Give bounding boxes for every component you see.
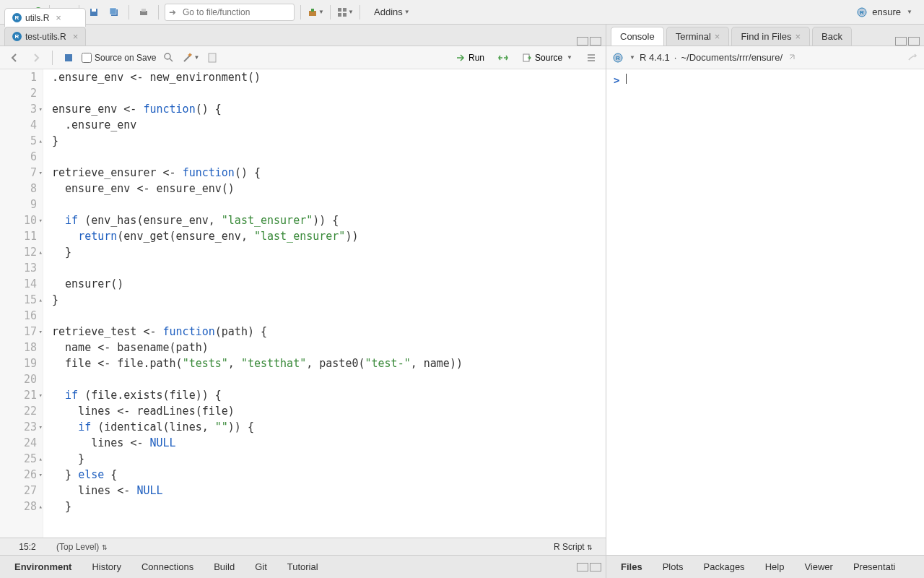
fold-marker-icon[interactable]: ▴ <box>39 451 43 467</box>
pane-tab-tutorial[interactable]: Tutorial <box>277 557 328 577</box>
pane-tab-packages[interactable]: Packages <box>694 557 755 577</box>
fold-marker-icon[interactable]: ▾ <box>39 324 43 340</box>
run-button[interactable]: Run <box>450 51 490 65</box>
fold-marker-icon[interactable]: ▴ <box>39 133 43 149</box>
maximize-pane-button[interactable] <box>590 37 601 46</box>
pane-tab-history[interactable]: History <box>82 557 131 577</box>
gutter-line[interactable]: 12▴ <box>0 244 37 260</box>
gutter-line[interactable]: 2 <box>0 85 37 101</box>
gutter-line[interactable]: 14 <box>0 276 37 292</box>
scope-indicator[interactable]: (Top Level) ⇅ <box>49 542 554 552</box>
close-icon[interactable]: × <box>73 31 79 42</box>
code-line[interactable]: } <box>52 133 606 149</box>
gutter-line[interactable]: 8 <box>0 181 37 197</box>
fold-marker-icon[interactable]: ▾ <box>39 419 43 435</box>
print-button[interactable] <box>135 4 152 21</box>
code-line[interactable] <box>52 371 606 387</box>
code-line[interactable]: if (identical(lines, "")) { <box>52 419 606 435</box>
minimize-pane-button[interactable] <box>895 37 907 46</box>
find-button[interactable] <box>160 49 178 66</box>
code-tools-button[interactable]: ▼ <box>182 49 199 66</box>
gutter-line[interactable]: 26▾ <box>0 467 37 483</box>
gutter-line[interactable]: 4 <box>0 117 37 133</box>
gutter-line[interactable]: 15▴ <box>0 292 37 308</box>
code-line[interactable]: retrieve_ensurer <- function() { <box>52 165 606 181</box>
code-line[interactable] <box>52 149 606 165</box>
code-line[interactable] <box>52 85 606 101</box>
console-tab-back[interactable]: Back <box>812 27 852 46</box>
console-tab-terminal[interactable]: Terminal × <box>666 27 730 46</box>
gutter-line[interactable]: 1 <box>0 69 37 85</box>
pane-tab-files[interactable]: Files <box>611 557 653 577</box>
code-line[interactable]: } <box>52 451 606 467</box>
fold-marker-icon[interactable]: ▾ <box>39 165 43 181</box>
code-line[interactable]: name <- basename(path) <box>52 340 606 355</box>
gutter-line[interactable]: 22 <box>0 403 37 419</box>
pane-tab-help[interactable]: Help <box>755 557 795 577</box>
code-editor[interactable]: 123▾45▴67▾8910▾1112▴131415▴1617▾18192021… <box>0 69 606 538</box>
fold-marker-icon[interactable]: ▴ <box>39 499 43 514</box>
pane-tab-plots[interactable]: Plots <box>653 557 694 577</box>
close-icon[interactable]: × <box>715 31 720 42</box>
maximize-pane-button[interactable] <box>908 37 920 46</box>
source-on-save-checkbox[interactable]: Source on Save <box>82 53 156 63</box>
code-line[interactable]: retrieve_test <- function(path) { <box>52 324 606 340</box>
maximize-pane-button[interactable] <box>590 563 601 571</box>
gutter-line[interactable]: 19 <box>0 355 37 371</box>
console-tab-console[interactable]: Console <box>611 27 664 46</box>
pane-tab-presentati[interactable]: Presentati <box>843 557 906 577</box>
close-icon[interactable]: × <box>56 12 61 23</box>
project-selector[interactable]: R ensure ▼ <box>850 4 918 20</box>
gutter-line[interactable]: 7▾ <box>0 165 37 181</box>
gutter-line[interactable]: 21▾ <box>0 387 37 403</box>
goto-input[interactable] <box>165 4 295 21</box>
code-line[interactable]: lines <- NULL <box>52 435 606 451</box>
compile-report-button[interactable] <box>204 49 221 66</box>
editor-tab[interactable]: Rtest-utils.R× <box>4 27 86 46</box>
panes-button[interactable]: ▼ <box>336 4 354 21</box>
gutter-line[interactable]: 3▾ <box>0 101 37 117</box>
gutter-line[interactable]: 18 <box>0 340 37 355</box>
console-output[interactable]: > <box>606 69 924 555</box>
clear-console-icon[interactable] <box>907 53 918 63</box>
gutter-line[interactable]: 17▾ <box>0 324 37 340</box>
file-type-indicator[interactable]: R Script ⇅ <box>554 542 600 552</box>
source-button[interactable]: Source ▼ <box>516 51 578 65</box>
rerun-button[interactable] <box>494 49 512 66</box>
minimize-pane-button[interactable] <box>577 563 588 571</box>
code-line[interactable]: } <box>52 292 606 308</box>
code-line[interactable]: file <- file.path("tests", "testthat", p… <box>52 355 606 371</box>
code-line[interactable] <box>52 197 606 212</box>
fold-marker-icon[interactable]: ▾ <box>39 101 43 117</box>
code-line[interactable]: if (env_has(ensure_env, "last_ensurer"))… <box>52 212 606 228</box>
gutter-line[interactable]: 25▴ <box>0 451 37 467</box>
gutter-line[interactable]: 5▴ <box>0 133 37 149</box>
pane-tab-git[interactable]: Git <box>245 557 277 577</box>
pane-tab-connections[interactable]: Connections <box>131 557 204 577</box>
gutter-line[interactable]: 27 <box>0 483 37 499</box>
nav-forward-button[interactable] <box>27 49 45 66</box>
fold-marker-icon[interactable]: ▴ <box>39 244 43 260</box>
gutter-line[interactable]: 11 <box>0 228 37 244</box>
pane-tab-environment[interactable]: Environment <box>4 557 82 577</box>
code-line[interactable]: lines <- NULL <box>52 483 606 499</box>
gutter-line[interactable]: 16 <box>0 308 37 324</box>
console-tab-find-in-files[interactable]: Find in Files × <box>731 27 810 46</box>
save-doc-button[interactable] <box>60 49 77 66</box>
gutter-line[interactable]: 24 <box>0 435 37 451</box>
fold-marker-icon[interactable]: ▴ <box>39 292 43 308</box>
gutter-line[interactable]: 6 <box>0 149 37 165</box>
close-icon[interactable]: × <box>796 31 801 42</box>
code-line[interactable]: if (file.exists(file)) { <box>52 387 606 403</box>
code-line[interactable]: ensure_env <- ensure_env() <box>52 181 606 197</box>
code-line[interactable]: lines <- readLines(file) <box>52 403 606 419</box>
outline-button[interactable] <box>583 49 600 66</box>
addins-button[interactable]: Addins ▼ <box>366 4 418 20</box>
pane-tab-viewer[interactable]: Viewer <box>794 557 843 577</box>
gutter-line[interactable]: 10▾ <box>0 212 37 228</box>
nav-back-button[interactable] <box>6 49 23 66</box>
minimize-pane-button[interactable] <box>577 37 588 46</box>
code-line[interactable]: ensure_env <- function() { <box>52 101 606 117</box>
fold-marker-icon[interactable]: ▾ <box>39 387 43 403</box>
gutter-line[interactable]: 23▾ <box>0 419 37 435</box>
